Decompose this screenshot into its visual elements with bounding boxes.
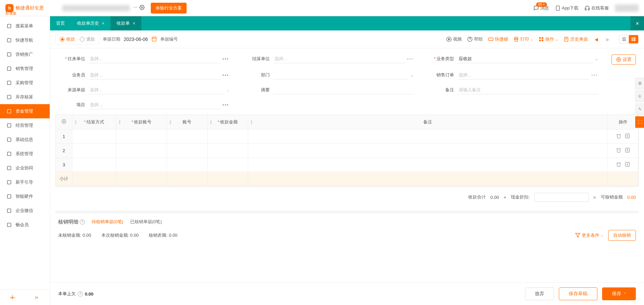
- radio-refund[interactable]: 退款: [80, 36, 95, 42]
- add-row-icon[interactable]: [625, 147, 630, 154]
- auto-writeoff-button[interactable]: 自动核销: [608, 230, 636, 241]
- print-link[interactable]: 打印⌄: [514, 36, 533, 42]
- delete-row-icon[interactable]: [616, 133, 621, 140]
- tab-1[interactable]: 收款单历史×: [71, 16, 111, 30]
- view-list-button[interactable]: [619, 35, 629, 43]
- video-link[interactable]: 视频: [446, 36, 462, 42]
- sort-icon: ▲▼: [210, 119, 213, 125]
- table-row[interactable]: 3: [56, 158, 638, 172]
- salesman-input[interactable]: [89, 71, 220, 79]
- sidebar-item-12[interactable]: 智能硬件: [0, 189, 50, 204]
- user-avatar-blur[interactable]: [615, 4, 639, 12]
- chevron-down-icon[interactable]: ⌄: [593, 57, 598, 61]
- svg-rect-5: [7, 53, 11, 56]
- more-icon[interactable]: •••: [220, 102, 229, 108]
- sidebar-item-3[interactable]: 销售管理: [0, 62, 50, 76]
- rail-item-2[interactable]: ⎘: [635, 91, 644, 102]
- close-icon[interactable]: ×: [133, 21, 135, 26]
- calendar-icon[interactable]: [151, 36, 157, 43]
- chevron-down-icon: ⌄: [530, 38, 533, 41]
- settle-unit-input[interactable]: [273, 54, 405, 63]
- remark-input[interactable]: [457, 86, 598, 94]
- bill-date-value[interactable]: 2023-06-06: [124, 37, 148, 42]
- tab-0[interactable]: 首页: [50, 16, 71, 30]
- summary-input[interactable]: [273, 86, 414, 94]
- chevron-down-icon[interactable]: ⌄: [408, 73, 413, 77]
- partner-input[interactable]: [89, 54, 220, 63]
- sidebar-item-0[interactable]: 搜索菜单: [0, 19, 50, 33]
- delete-row-icon[interactable]: [616, 147, 621, 154]
- more-icon[interactable]: •••: [220, 73, 229, 78]
- more-icon[interactable]: •••: [220, 56, 229, 62]
- project-input[interactable]: [89, 100, 220, 109]
- view-form-button[interactable]: [629, 35, 638, 43]
- sidebar-item-10[interactable]: 企业协同: [0, 161, 50, 175]
- company-selector[interactable]: ﹀: [62, 5, 138, 11]
- table-row[interactable]: 2: [56, 143, 638, 158]
- more-icon[interactable]: •••: [589, 73, 598, 78]
- col-amount[interactable]: ▲▼收款金额: [207, 115, 248, 129]
- sidebar-item-11[interactable]: 新手引导: [0, 175, 50, 189]
- owe-value: 0.00: [85, 291, 93, 297]
- help-link[interactable]: 帮助: [467, 36, 483, 42]
- project-label: 项目: [58, 102, 89, 108]
- close-icon[interactable]: ×: [102, 21, 104, 26]
- operate-link[interactable]: 操作⌄: [539, 36, 558, 42]
- sidebar-item-5[interactable]: 库存核算: [0, 90, 50, 104]
- prev-bill-button[interactable]: ◀: [593, 37, 599, 42]
- discard-button[interactable]: 放弃: [525, 287, 554, 300]
- done-tab[interactable]: 已核销单据(0笔): [130, 219, 162, 225]
- sidebar-item-8[interactable]: 基础信息: [0, 133, 50, 147]
- pending-tab[interactable]: 待核销单据(0笔): [92, 219, 123, 225]
- svg-rect-32: [539, 40, 541, 41]
- tabs-close-all-button[interactable]: ✕: [630, 16, 644, 30]
- sidebar-item-14[interactable]: 畅会员: [0, 218, 50, 232]
- source-bill-input[interactable]: [89, 86, 224, 94]
- help-icon[interactable]: ?: [80, 219, 85, 225]
- next-bill-button[interactable]: ▶: [605, 37, 611, 42]
- right-rail: 单 ⎘ ✎ ⛶: [635, 78, 644, 128]
- dept-input[interactable]: [273, 71, 409, 79]
- more-filter-link[interactable]: 更多条件⌄: [575, 232, 603, 238]
- tab-2[interactable]: 收款单×: [111, 16, 141, 30]
- trial-button[interactable]: 体验行业方案: [151, 3, 187, 14]
- add-row-icon[interactable]: [625, 162, 630, 168]
- col-account[interactable]: ▲▼收款账号: [116, 115, 167, 129]
- cash-discount-input[interactable]: [534, 193, 589, 202]
- sidebar-item-2[interactable]: 营销推广: [0, 47, 50, 62]
- sidebar-collapse-button[interactable]: [25, 290, 50, 305]
- biz-type-input[interactable]: [457, 54, 593, 63]
- delete-row-icon[interactable]: [616, 162, 621, 168]
- sidebar-item-9[interactable]: 系统管理: [0, 147, 50, 161]
- sidebar-item-6[interactable]: 资金管理: [0, 104, 50, 118]
- col-settle-method[interactable]: ▲▼结算方式: [72, 115, 116, 129]
- col-remark[interactable]: ▲▼备注: [248, 115, 608, 129]
- table-row[interactable]: 1: [56, 129, 638, 143]
- save-draft-button[interactable]: 保存草稿: [559, 287, 597, 300]
- rail-item-1[interactable]: 单: [635, 78, 644, 89]
- sidebar-item-13[interactable]: 企业微信: [0, 204, 50, 218]
- col-config-header[interactable]: [56, 115, 72, 129]
- save-button[interactable]: 保存⌃: [602, 287, 636, 300]
- vip-icon: [6, 222, 12, 228]
- radio-receipt[interactable]: 收款: [60, 36, 75, 42]
- rail-item-3[interactable]: ✎: [635, 103, 644, 115]
- history-link[interactable]: 历史单据: [564, 36, 588, 42]
- sidebar-settings-button[interactable]: [0, 290, 25, 305]
- rail-item-4[interactable]: ⛶: [635, 116, 644, 128]
- settings-gear-icon[interactable]: [138, 3, 146, 13]
- col-acct-no[interactable]: ▲▼账号: [167, 115, 207, 129]
- setup-button[interactable]: 设置: [612, 54, 636, 65]
- support-link[interactable]: 在线客服: [585, 5, 609, 11]
- more-icon[interactable]: •••: [405, 56, 414, 62]
- help-icon[interactable]: ?: [78, 291, 83, 297]
- sidebar-item-1[interactable]: 快捷导航: [0, 33, 50, 47]
- sidebar-item-7[interactable]: 经营管理: [0, 118, 50, 133]
- shortcut-link[interactable]: 快捷键: [488, 36, 508, 42]
- sale-order-input[interactable]: [457, 71, 589, 79]
- messages-link[interactable]: 99 + 消息: [533, 5, 549, 11]
- add-row-icon[interactable]: [625, 133, 630, 140]
- sidebar-item-4[interactable]: 采购管理: [0, 76, 50, 90]
- app-download-link[interactable]: App下载: [555, 5, 578, 11]
- chevron-down-icon[interactable]: ⌄: [224, 88, 229, 92]
